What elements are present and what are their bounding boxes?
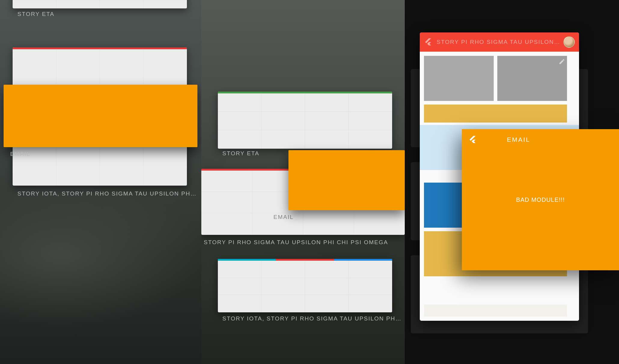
story-card[interactable] (218, 92, 392, 149)
popup-title: EMAIL (483, 136, 612, 143)
card-caption: STORY IOTA, STORY PI RHO SIGMA TAU UPSIL… (222, 315, 403, 322)
pencil-icon (559, 58, 565, 65)
content-tile[interactable] (424, 56, 494, 101)
screenshot-panel-middle: STORY ETA EMAIL STORY PI RHO SIGMA TAU U… (201, 0, 405, 364)
story-card[interactable] (218, 259, 392, 312)
card-caption: STORY ETA (17, 11, 186, 17)
app-header: STORY PI RHO SIGMA TAU UPSILON… (420, 32, 579, 52)
content-tile[interactable] (497, 56, 567, 101)
avatar[interactable] (563, 36, 575, 48)
content-tile[interactable] (424, 105, 567, 123)
popup-header: EMAIL (462, 129, 619, 150)
card-caption: EMAIL (10, 151, 70, 157)
card-caption: STORY PI RHO SIGMA TAU UPSILON PHI CHI P… (204, 239, 402, 246)
screenshot-panel-left: STORY ETA EMAIL STORY IOTA, STORY PI RHO… (0, 0, 201, 364)
edit-affordance[interactable] (557, 56, 567, 101)
dragged-card-overlay[interactable] (288, 150, 405, 210)
flutter-logo-icon (468, 135, 477, 144)
content-tile[interactable] (424, 305, 567, 317)
story-card[interactable] (13, 0, 187, 8)
card-caption: STORY IOTA, STORY PI RHO SIGMA TAU UPSIL… (17, 190, 198, 197)
flutter-logo-icon (424, 38, 433, 47)
email-popup[interactable]: EMAIL BAD MODULE!!! (462, 129, 619, 270)
popup-error-message: BAD MODULE!!! (516, 196, 565, 203)
card-caption: EMAIL (273, 214, 334, 220)
screenshot-panel-right: STORY PI RHO SIGMA TAU UPSILON… (405, 0, 619, 364)
app-header-title: STORY PI RHO SIGMA TAU UPSILON… (437, 39, 560, 45)
dragged-card-overlay[interactable] (4, 85, 197, 147)
